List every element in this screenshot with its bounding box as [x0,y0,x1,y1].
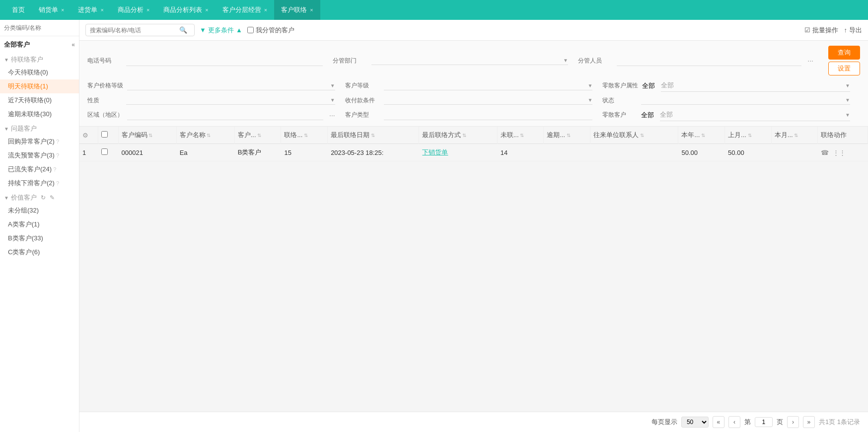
sidebar-item[interactable]: 近7天待联络(0) [0,93,79,107]
help-icon[interactable]: ? [56,139,59,144]
filter-input-分管人员[interactable] [617,56,801,66]
page-number-input[interactable] [755,417,773,427]
filter-input-区域（地区）[interactable] [127,110,323,120]
filter-cell-性质: 性质▼ [87,96,345,105]
filter-label: 客户类型 [345,111,380,119]
last-page-button[interactable]: » [803,416,815,428]
sidebar-item[interactable]: 明天待联络(1) [0,79,79,93]
nav-item-客户分层经营[interactable]: 客户分层经营× [216,0,274,20]
nav-item-客户联络[interactable]: 客户联络× [274,0,320,20]
td-idx: 1 [79,144,98,161]
help-icon[interactable]: ? [53,166,56,172]
sidebar-group-价值客户[interactable]: ▼价值客户↻✎ [0,190,79,204]
nav-item-首页[interactable]: 首页 [5,0,32,20]
sidebar-item[interactable]: C类客户(6) [0,245,79,259]
td-overdue [544,144,590,161]
batch-op-button[interactable]: ☑ 批量操作 [804,26,838,35]
filter-select-收付款条件[interactable]: ▼ [384,96,593,105]
prev-page-button[interactable]: ‹ [728,416,740,428]
filter-select-客户价格等级[interactable]: ▼ [127,81,335,90]
group-arrow-icon: ▼ [4,195,9,201]
more-options-icon[interactable]: ··· [327,111,335,119]
more-options-icon[interactable]: ··· [805,57,813,65]
contact-action-icon[interactable]: ☎ [821,149,829,156]
page-size-select[interactable]: 5020100 [681,417,709,428]
all-customers-label: 全部客户 [4,40,30,49]
search-input[interactable] [90,27,179,34]
help-icon[interactable]: ? [56,152,59,158]
my-customers-checkbox-label[interactable]: 我分管的客户 [247,26,294,35]
th-type[interactable]: 客户... ⇅ [234,127,281,144]
all-customers-header[interactable]: 全部客户 « [0,36,79,52]
reset-button[interactable]: 设置 [828,62,860,75]
th-this_year[interactable]: 本年... ⇅ [678,127,725,144]
th-last_contact_date[interactable]: 最后联络日期 ⇅ [328,127,419,144]
table-scroll-wrapper[interactable]: ⚙客户编码 ⇅客户名称 ⇅客户... ⇅联络... ⇅最后联络日期 ⇅最后联络方… [79,127,868,412]
next-page-button[interactable]: › [787,416,799,428]
th-code[interactable]: 客户编码 ⇅ [118,127,176,144]
edit-icon[interactable]: ✎ [50,194,55,201]
filter-input-客户类型[interactable] [384,110,593,120]
sidebar-search-input[interactable] [4,24,78,31]
select-all-checkbox[interactable] [101,131,108,138]
sidebar-item[interactable]: 持续下滑客户(2)? [0,176,79,190]
td-this_year: 50.00 [678,144,725,161]
filter-cell-电话号码: 电话号码 [87,56,333,66]
sort-icon: ⇅ [519,133,524,138]
filter-select-状态[interactable]: ▼ [641,96,850,105]
my-customers-checkbox[interactable] [247,27,254,33]
nav-item-商品分析[interactable]: 商品分析× [111,0,156,20]
th-last_month[interactable]: 上月... ⇅ [725,127,772,144]
sidebar-item[interactable]: 已流失客户(24)? [0,162,79,176]
more-action-icon[interactable]: ⋮⋮ [833,149,846,156]
th-last_contact_method[interactable]: 最后联络方式 ⇅ [419,127,497,144]
filter-select-客户等级[interactable]: ▼ [384,81,593,90]
nav-item-进货单[interactable]: 进货单× [71,0,110,20]
filter-select-分管部门[interactable]: ▼ [371,56,568,65]
filter-select-零散客户[interactable]: 全部▼ [660,109,850,121]
nav-item-销货单[interactable]: 销货单× [32,0,71,20]
pagination: 每页显示 5020100 « ‹ 第 页 › » 共1页 1条记录 [79,412,868,432]
sort-icon: ⇅ [700,133,705,138]
first-page-button[interactable]: « [713,416,724,428]
close-icon[interactable]: × [310,7,313,13]
close-icon[interactable]: × [100,7,103,13]
sidebar-item[interactable]: A类客户(1) [0,217,79,231]
close-icon[interactable]: × [264,7,267,13]
close-icon[interactable]: × [205,7,208,13]
sidebar-item[interactable]: 今天待联络(0) [0,66,79,79]
th-contact_count[interactable]: 联络... ⇅ [281,127,328,144]
th-this_month[interactable]: 本月... ⇅ [771,127,818,144]
close-icon[interactable]: × [146,7,149,13]
filter-static-label: 全部 [642,81,655,90]
th-no_contact_days[interactable]: 未联... ⇅ [497,127,544,144]
th-overdue[interactable]: 逾期... ⇅ [544,127,590,144]
search-icon[interactable]: 🔍 [179,26,187,34]
sidebar-group-问题客户[interactable]: ▼问题客户 [0,121,79,135]
th-contact_person[interactable]: 往来单位联系人 ⇅ [590,127,678,144]
sidebar-item[interactable]: 逾期未联络(30) [0,107,79,121]
last-contact-method-link[interactable]: 下销货单 [422,148,448,156]
filter-label: 分管部门 [333,57,367,65]
td-type: B类客户 [234,144,281,161]
sidebar-group-待联络客户[interactable]: ▼待联络客户 [0,52,79,66]
sidebar-item[interactable]: B类客户(33) [0,231,79,245]
refresh-icon[interactable]: ↻ [41,194,46,201]
nav-item-商品分析列表[interactable]: 商品分析列表× [156,0,215,20]
gear-icon[interactable]: ⚙ [82,132,88,139]
sidebar-item[interactable]: 流失预警客户(3)? [0,148,79,162]
th-name[interactable]: 客户名称 ⇅ [176,127,234,144]
query-button[interactable]: 查询 [828,46,860,60]
filter-input-电话号码[interactable] [126,56,323,66]
top-nav: 首页销货单×进货单×商品分析×商品分析列表×客户分层经营×客户联络× [0,0,868,20]
close-icon[interactable]: × [61,7,64,13]
row-checkbox[interactable] [101,148,108,155]
more-filters-button[interactable]: ▼ 更多条件 ▲ [200,26,242,35]
export-button[interactable]: ↑ 导出 [844,26,863,35]
filter-select-性质[interactable]: ▼ [126,96,335,105]
sidebar-item[interactable]: 回购异常客户(2)? [0,135,79,148]
sidebar-item[interactable]: 未分组(32) [0,204,79,217]
sidebar: 🔍 全部客户 « ▼待联络客户今天待联络(0)明天待联络(1)近7天待联络(0)… [0,20,79,432]
help-icon[interactable]: ? [56,180,59,186]
filter-select-零散客户属性[interactable]: 全部▼ [661,79,850,92]
